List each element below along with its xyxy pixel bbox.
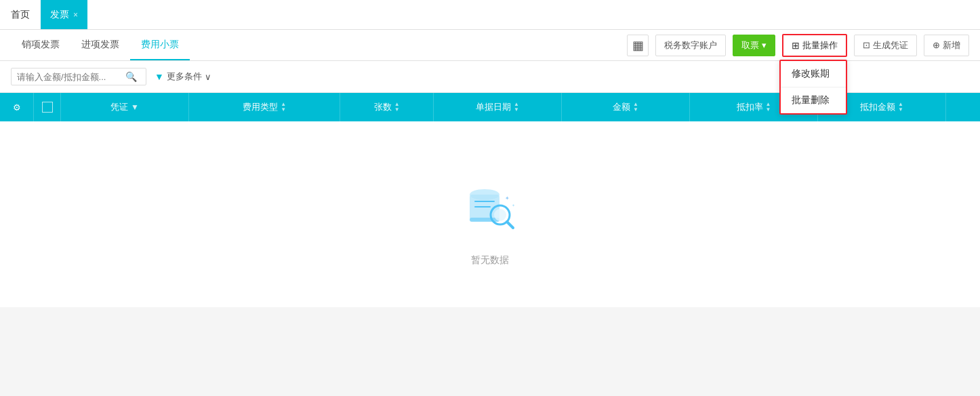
tax-account-button[interactable]: 税务数字账户 [655,35,726,56]
svg-rect-2 [470,218,499,222]
search-input[interactable] [17,72,125,82]
dropdown-item-modify-period[interactable]: 修改账期 [781,61,846,87]
batch-icon: ⊞ [792,40,800,51]
deduct-rate-sort-icon[interactable]: ▲▼ [766,102,771,113]
batch-operation-container: ⊞ 批量操作 修改账期 批量删除 [782,34,847,57]
voucher-icon: ⊡ [863,40,870,50]
empty-state: ✦ ✦ 暂无数据 [0,121,980,307]
add-label: 新增 [943,39,960,52]
nav-tab-label: 发票 [50,9,69,21]
qr-button[interactable]: ▦ [627,35,649,56]
deduct-amount-sort-icon[interactable]: ▲▼ [898,102,903,113]
search-icon[interactable]: 🔍 [125,71,137,82]
count-sort-icon[interactable]: ▲▼ [394,102,400,113]
th-date: 单据日期 ▲▼ [434,93,562,121]
voucher-label: 生成凭证 [873,39,908,52]
sub-tabs-left: 销项发票 进项发票 费用小票 [11,30,190,60]
sub-tabs-bar: 销项发票 进项发票 费用小票 ▦ 税务数字账户 取票 ▾ ⊞ [0,30,980,61]
add-button[interactable]: ⊕ 新增 [924,35,969,56]
batch-dropdown-menu: 修改账期 批量删除 [779,60,847,115]
batch-label: 批量操作 [802,39,838,52]
nav-tab-invoice[interactable]: 发票 × [41,0,87,29]
add-icon: ⊕ [933,40,940,50]
nav-tab-close[interactable]: × [73,10,78,20]
th-amount: 金额 ▲▼ [562,93,690,121]
tab-expense[interactable]: 费用小票 [130,30,190,60]
th-gear[interactable]: ⚙ [0,93,34,121]
svg-text:✦: ✦ [512,203,515,207]
svg-point-6 [494,209,506,221]
empty-icon: ✦ ✦ [456,176,524,243]
table-container: ⚙ 凭证 ▼ 费用类型 ▲▼ 张数 ▲▼ 单据日期 ▲▼ 金额 [0,93,980,307]
fetch-ticket-button[interactable]: 取票 ▾ [733,35,775,56]
sub-tabs-right: ▦ 税务数字账户 取票 ▾ ⊞ 批量操作 修改账期 [627,34,969,57]
tab-sales[interactable]: 销项发票 [11,30,70,60]
empty-state-label: 暂无数据 [471,254,509,266]
select-all-checkbox[interactable] [42,102,53,113]
fetch-arrow-icon: ▾ [762,40,767,50]
th-more [946,93,980,121]
filter-icon: ▼ [155,71,164,82]
tax-account-label: 税务数字账户 [664,39,717,52]
voucher-filter-icon[interactable]: ▼ [131,102,139,112]
batch-operation-button[interactable]: ⊞ 批量操作 [782,34,847,57]
svg-line-7 [507,222,513,228]
top-nav: 首页 发票 × [0,0,980,30]
dropdown-item-batch-delete[interactable]: 批量删除 [781,87,846,113]
generate-voucher-button[interactable]: ⊡ 生成凭证 [854,35,917,56]
svg-text:✦: ✦ [505,195,510,201]
more-conditions-button[interactable]: ▼ 更多条件 ∨ [155,71,211,83]
expense-sort-icon[interactable]: ▲▼ [281,102,286,113]
search-input-wrap: 🔍 [11,68,146,85]
more-conditions-arrow: ∨ [205,72,211,82]
th-count: 张数 ▲▼ [340,93,433,121]
qr-icon: ▦ [632,38,644,53]
th-voucher: 凭证 ▼ [61,93,189,121]
th-expense-type: 费用类型 ▲▼ [189,93,340,121]
nav-home[interactable]: 首页 [0,0,41,29]
tab-purchase[interactable]: 进项发票 [70,30,130,60]
date-sort-icon[interactable]: ▲▼ [514,102,519,113]
more-conditions-label: 更多条件 [167,71,202,83]
th-check[interactable] [34,93,61,121]
gear-icon: ⚙ [13,102,21,113]
amount-sort-icon[interactable]: ▲▼ [633,102,638,113]
fetch-label: 取票 [741,39,759,52]
